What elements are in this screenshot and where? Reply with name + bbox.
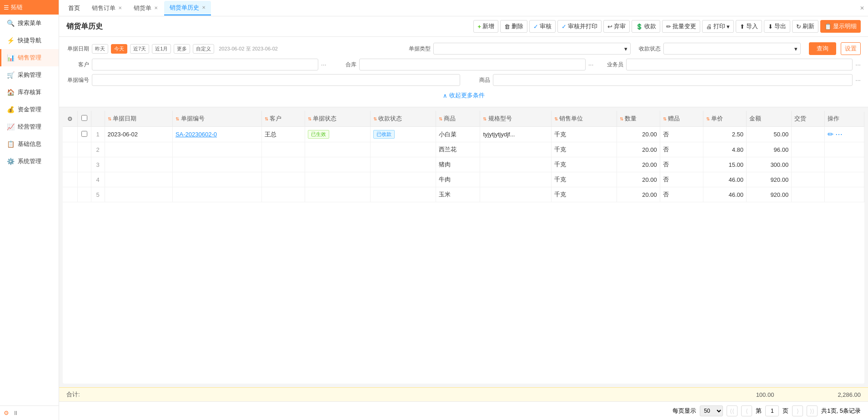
customer-label: 客户	[66, 61, 89, 69]
window-close-btn[interactable]: ✕	[860, 5, 864, 11]
date-7days[interactable]: 近7天	[130, 44, 149, 54]
sidebar-item-sales-mgmt[interactable]: 📊 销售管理	[0, 49, 59, 66]
customer-ellipsis[interactable]: ···	[321, 61, 326, 68]
tab-sales-history[interactable]: 销货单历史 ✕	[164, 1, 211, 15]
page-label2: 页	[783, 407, 788, 415]
th-spec-label: 规格型号	[488, 115, 512, 122]
import-button[interactable]: ⬆ 导入	[736, 20, 762, 33]
td-date	[105, 157, 172, 172]
tab-sales-goods[interactable]: 销货单 ✕	[128, 1, 163, 15]
th-gift-label: 赠品	[668, 115, 680, 122]
doc-no-link[interactable]: SA-20230602-0	[176, 131, 217, 138]
th-customer-label: 客户	[270, 115, 281, 122]
th-price[interactable]: ⇅ 单价	[703, 111, 746, 127]
td-checkbox[interactable]	[77, 142, 91, 157]
customer-input[interactable]	[92, 59, 318, 70]
th-date[interactable]: ⇅ 单据日期	[105, 111, 172, 127]
add-button[interactable]: + 新增	[473, 20, 498, 33]
batch-change-button[interactable]: ✏ 批量变更	[662, 20, 700, 33]
td-gift: 否	[660, 187, 703, 202]
show-detail-button[interactable]: 📋 显示明细	[820, 20, 861, 33]
export-button[interactable]: ⬇ 导出	[764, 20, 790, 33]
collapse-btn[interactable]: ∧ 收起更多条件	[441, 90, 487, 101]
next-page-btn[interactable]: ⟩	[792, 405, 803, 416]
audit-print-button[interactable]: ✓ 审核并打印	[557, 20, 602, 33]
sidebar-item-label: 系统管理	[18, 157, 41, 165]
delete-button[interactable]: 🗑 删除	[500, 20, 527, 33]
th-gift[interactable]: ⇅ 赠品	[660, 111, 703, 127]
tab-sales-history-close[interactable]: ✕	[202, 5, 206, 10]
setting-button[interactable]: 设置	[841, 42, 861, 55]
sort-icon: ⇅	[663, 116, 667, 121]
sidebar-item-inventory[interactable]: 🏠 库存核算	[0, 84, 59, 101]
page-size-select[interactable]: 50 10 20 100	[700, 405, 723, 416]
sidebar-item-purchase-mgmt[interactable]: 🛒 采购管理	[0, 66, 59, 84]
select-all-checkbox[interactable]	[81, 115, 87, 121]
prev-page-btn[interactable]: ⟨	[741, 405, 752, 416]
first-page-btn[interactable]: ⟨⟨	[727, 405, 738, 416]
th-spec[interactable]: ⇅ 规格型号	[480, 111, 551, 127]
sidebar-item-basic-info[interactable]: 📋 基础信息	[0, 135, 59, 153]
td-settings	[63, 127, 77, 142]
tab-bar: 首页 销售订单 ✕ 销货单 ✕ 销货单历史 ✕ ✕	[59, 0, 868, 16]
td-docno	[172, 157, 261, 172]
table-footer: 合计: 100.00 2,286.00	[59, 387, 868, 401]
salesman-input[interactable]	[626, 59, 853, 70]
th-collect-status[interactable]: ⇅ 收款状态	[370, 111, 436, 127]
sidebar-item-label: 基础信息	[18, 140, 41, 148]
date-custom[interactable]: 自定义	[193, 44, 214, 54]
th-checkbox[interactable]	[77, 111, 91, 127]
date-more[interactable]: 更多	[174, 44, 190, 54]
sidebar-bottom-icon1[interactable]: ⚙	[4, 410, 9, 416]
sidebar-item-sys-mgmt[interactable]: ⚙️ 系统管理	[0, 153, 59, 170]
table-row: 5 玉米 千克 20.00 否 46.00 920.00	[63, 187, 864, 202]
more-action-btn[interactable]: ⋯	[835, 130, 843, 139]
page-input[interactable]	[765, 405, 779, 416]
td-checkbox[interactable]	[77, 187, 91, 202]
goods-input[interactable]	[493, 74, 853, 86]
tab-sales-order-close[interactable]: ✕	[118, 5, 122, 10]
th-docno[interactable]: ⇅ 单据编号	[172, 111, 261, 127]
docno-input[interactable]	[92, 74, 460, 86]
abandon-button[interactable]: ↩ 弃审	[603, 20, 630, 33]
salesman-ellipsis[interactable]: ···	[855, 61, 861, 68]
td-checkbox[interactable]	[77, 157, 91, 172]
warehouse-input[interactable]	[359, 59, 586, 70]
warehouse-ellipsis[interactable]: ···	[588, 61, 594, 68]
edit-action-btn[interactable]: ✏	[828, 130, 833, 139]
doc-type-select[interactable]: ▾	[433, 43, 631, 55]
date-label: 单据日期	[66, 45, 89, 53]
th-goods[interactable]: ⇅ 商品	[436, 111, 480, 127]
td-checkbox[interactable]	[77, 127, 91, 142]
sidebar-item-quick-nav[interactable]: ⚡ 快捷导航	[0, 32, 59, 49]
th-doc-status[interactable]: ⇅ 单据状态	[305, 111, 370, 127]
td-spec	[480, 157, 551, 172]
collect-status-select[interactable]: ▾	[663, 43, 801, 55]
date-yesterday[interactable]: 昨天	[92, 44, 108, 54]
audit-button[interactable]: ✓ 审核	[529, 20, 556, 33]
collect-button[interactable]: 💲 收款	[632, 20, 660, 33]
sidebar-bottom-icon2[interactable]: ⏸	[13, 410, 19, 416]
sidebar-item-operations[interactable]: 📈 经营管理	[0, 118, 59, 135]
tab-home[interactable]: 首页	[63, 1, 85, 15]
refresh-button[interactable]: ↻ 刷新	[792, 20, 818, 33]
operations-icon: 📈	[7, 123, 14, 130]
query-button[interactable]: 查询	[809, 42, 836, 55]
td-settings	[63, 187, 77, 202]
th-customer[interactable]: ⇅ 客户	[261, 111, 305, 127]
sort-icon: ⇅	[439, 116, 442, 121]
sidebar-item-search-menu[interactable]: 🔍 搜索菜单	[0, 15, 59, 32]
tab-sales-order[interactable]: 销售订单 ✕	[86, 1, 127, 15]
goods-ellipsis[interactable]: ···	[855, 76, 861, 84]
print-button[interactable]: 🖨 打印 ▾	[702, 20, 734, 33]
th-settings[interactable]: ⚙	[63, 111, 77, 127]
tab-sales-goods-close[interactable]: ✕	[154, 5, 158, 10]
td-checkbox[interactable]	[77, 172, 91, 187]
last-page-btn[interactable]: ⟩⟩	[807, 405, 818, 416]
date-1month[interactable]: 近1月	[152, 44, 171, 54]
sidebar-item-finance[interactable]: 💰 资金管理	[0, 101, 59, 118]
th-unit[interactable]: ⇅ 销售单位	[551, 111, 617, 127]
th-qty[interactable]: ⇅ 数量	[617, 111, 660, 127]
date-today[interactable]: 今天	[111, 44, 127, 54]
row-checkbox[interactable]	[81, 131, 87, 137]
